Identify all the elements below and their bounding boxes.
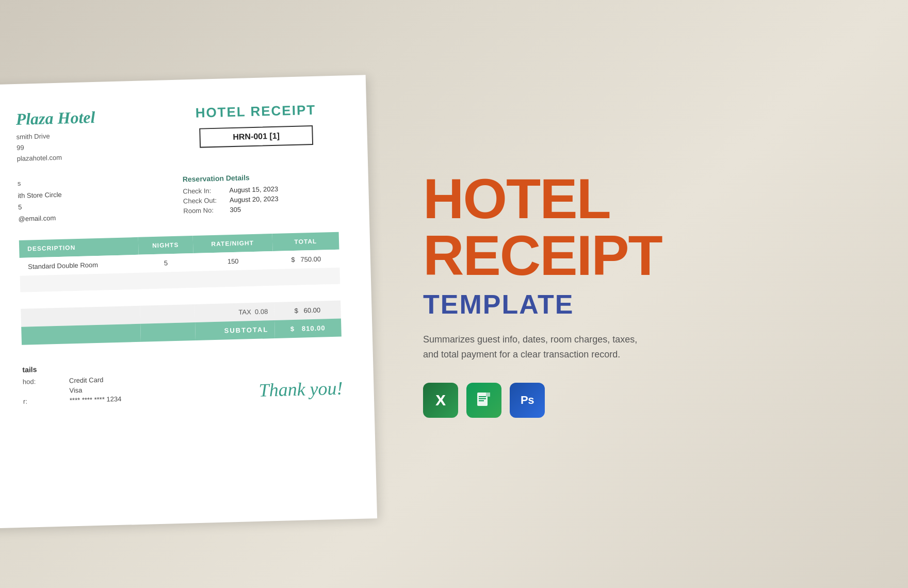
sheets-icon[interactable] bbox=[466, 383, 501, 418]
charges-table: DESCRIPTION NIGHTS RATE/NIGHT TOTAL Stan… bbox=[19, 232, 342, 345]
address-line2: 99 bbox=[17, 143, 24, 151]
description-text: Summarizes guest info, dates, room charg… bbox=[423, 332, 640, 362]
room-label: Room No: bbox=[183, 206, 230, 215]
details-row: s ith Store Circle 5 @email.com Reservat… bbox=[18, 171, 338, 224]
checkin-label: Check In: bbox=[183, 187, 229, 195]
card-type: Visa bbox=[69, 386, 82, 394]
guest-address-line3: @email.com bbox=[18, 214, 56, 223]
checkout-label: Check Out: bbox=[183, 197, 230, 205]
thank-you: Thank you! bbox=[183, 377, 343, 403]
guest-address-line1: ith Store Circle bbox=[18, 191, 62, 200]
checkout-value: August 20, 2023 bbox=[230, 195, 279, 204]
receipt-title: HOTEL RECEIPT bbox=[175, 102, 336, 122]
guest-address-line2: 5 bbox=[18, 203, 22, 211]
receipt-number: HRN-001 [1] bbox=[199, 125, 313, 148]
format-icons: X Ps bbox=[423, 383, 867, 418]
subtotal-label: SUBTOTAL bbox=[195, 320, 275, 340]
svg-rect-1 bbox=[479, 396, 486, 397]
col-nights: NIGHTS bbox=[138, 236, 193, 255]
address-line3: plazahotel.com bbox=[17, 153, 62, 162]
col-total: TOTAL bbox=[272, 232, 339, 251]
receipt-card: Plaza Hotel smith Drive 99 plazahotel.co… bbox=[0, 75, 377, 529]
guest-block: s ith Store Circle 5 @email.com bbox=[18, 175, 173, 224]
row-total-val: 750.00 bbox=[300, 255, 321, 263]
ps-icon[interactable]: Ps bbox=[510, 383, 545, 418]
payment-section: tails hod: Credit Card Visa r: **** ****… bbox=[22, 352, 343, 407]
row-dollar: $ bbox=[291, 256, 295, 264]
hotel-name-block: Plaza Hotel smith Drive 99 plazahotel.co… bbox=[15, 106, 177, 164]
row-total: $ 750.00 bbox=[272, 249, 339, 269]
svg-rect-4 bbox=[486, 393, 490, 397]
checkin-value: August 15, 2023 bbox=[229, 185, 278, 194]
method-label: hod: bbox=[23, 377, 69, 385]
guest-label: s bbox=[18, 175, 172, 187]
tax-amount: $ 60.00 bbox=[274, 300, 341, 320]
col-rate: RATE/NIGHT bbox=[192, 234, 272, 253]
excel-icon[interactable]: X bbox=[423, 383, 458, 418]
reservation-block: Reservation Details Check In: August 15,… bbox=[172, 171, 338, 221]
address-line1: smith Drive bbox=[16, 132, 50, 141]
row-nights: 5 bbox=[138, 253, 193, 273]
reservation-title: Reservation Details bbox=[183, 171, 337, 184]
big-title-receipt: RECEIPT bbox=[423, 227, 867, 284]
row-rate: 150 bbox=[193, 251, 273, 271]
row-description: Standard Double Room bbox=[20, 255, 139, 276]
guest-address: ith Store Circle 5 @email.com bbox=[18, 186, 173, 224]
big-title-template: TEMPLATE bbox=[423, 289, 867, 320]
hotel-address: smith Drive 99 plazahotel.com bbox=[16, 128, 177, 164]
right-panel: HOTEL RECEIPT TEMPLATE Summarizes guest … bbox=[371, 139, 908, 449]
subtotal-amount: $ 810.00 bbox=[274, 318, 342, 338]
payment-block: tails hod: Credit Card Visa r: **** ****… bbox=[22, 361, 183, 407]
card-number: **** **** **** 1234 bbox=[70, 395, 122, 404]
svg-rect-2 bbox=[479, 398, 486, 399]
room-row: Room No: 305 bbox=[183, 203, 338, 215]
method-value: Credit Card bbox=[69, 375, 104, 384]
hotel-name: Plaza Hotel bbox=[15, 106, 176, 129]
big-title-hotel: HOTEL bbox=[423, 170, 867, 227]
svg-rect-3 bbox=[479, 400, 484, 401]
tax-label: TAX 0.08 bbox=[194, 302, 274, 322]
card-label: r: bbox=[23, 396, 70, 405]
hotel-header: Plaza Hotel smith Drive 99 plazahotel.co… bbox=[15, 102, 337, 165]
receipt-title-block: HOTEL RECEIPT HRN-001 [1] bbox=[175, 102, 336, 149]
payment-title: tails bbox=[22, 361, 182, 373]
payment-cardnum-row: r: **** **** **** 1234 bbox=[23, 393, 183, 405]
room-value: 305 bbox=[230, 206, 241, 214]
